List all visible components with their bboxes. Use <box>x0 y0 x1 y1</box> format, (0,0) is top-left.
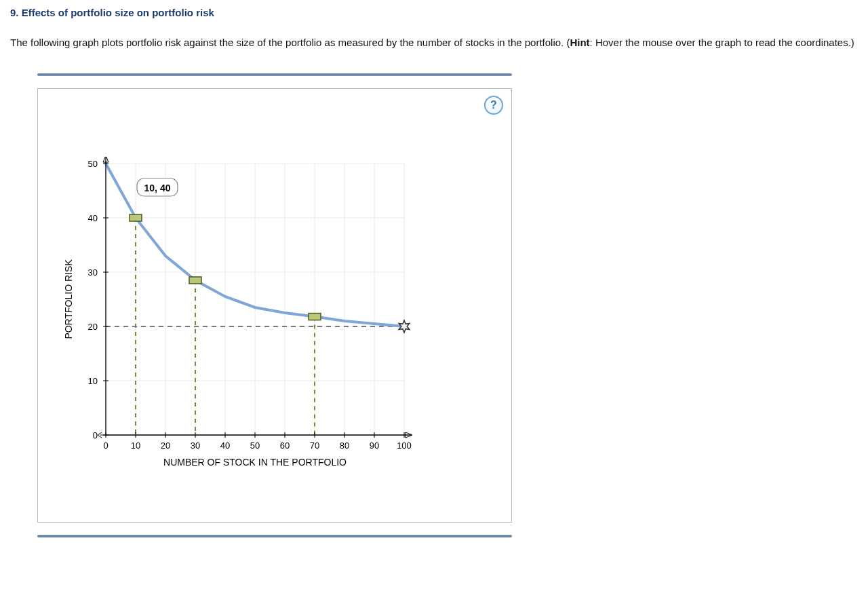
svg-text:NUMBER OF STOCK IN THE PORTFOL: NUMBER OF STOCK IN THE PORTFOLIO <box>163 457 347 468</box>
svg-text:90: 90 <box>370 440 379 451</box>
divider-top <box>37 73 512 76</box>
svg-text:0: 0 <box>93 430 98 440</box>
svg-rect-61 <box>309 313 321 320</box>
divider-bottom <box>37 535 512 537</box>
chart[interactable]: 010203040506070809010001020304050NUMBER … <box>58 157 438 483</box>
svg-text:40: 40 <box>220 440 230 451</box>
svg-text:20: 20 <box>88 322 98 332</box>
svg-text:40: 40 <box>88 213 98 223</box>
svg-text:50: 50 <box>250 440 260 451</box>
svg-text:10, 40: 10, 40 <box>144 183 171 193</box>
svg-text:10: 10 <box>88 376 98 386</box>
svg-text:30: 30 <box>191 440 200 451</box>
hint-label: Hint <box>570 37 589 48</box>
desc-post: : Hover the mouse over the graph to read… <box>590 37 854 48</box>
svg-text:50: 50 <box>88 159 98 169</box>
svg-text:30: 30 <box>88 267 98 278</box>
chart-panel: ? 010203040506070809010001020304050NUMBE… <box>37 88 512 523</box>
question-title: 9. Effects of portfolio size on portfoli… <box>10 7 858 18</box>
svg-text:20: 20 <box>161 440 170 451</box>
svg-text:60: 60 <box>280 440 290 451</box>
help-icon[interactable]: ? <box>484 96 503 115</box>
svg-text:80: 80 <box>340 440 349 451</box>
svg-rect-59 <box>130 214 142 221</box>
svg-rect-60 <box>189 277 201 284</box>
svg-text:70: 70 <box>310 440 319 451</box>
desc-pre: The following graph plots portfolio risk… <box>10 37 570 48</box>
svg-text:10: 10 <box>131 440 140 451</box>
svg-text:PORTFOLIO RISK: PORTFOLIO RISK <box>63 259 74 339</box>
question-description: The following graph plots portfolio risk… <box>10 33 858 53</box>
svg-text:0: 0 <box>103 440 108 451</box>
svg-text:100: 100 <box>397 440 412 451</box>
